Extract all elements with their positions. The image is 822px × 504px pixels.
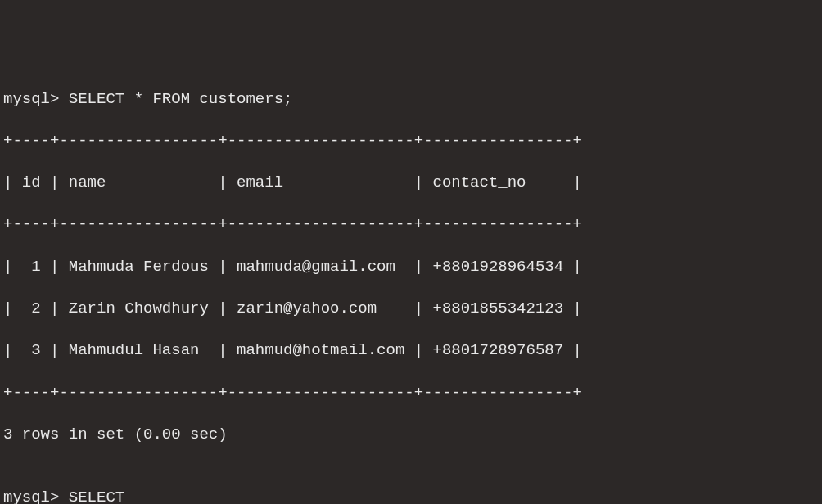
sql-prompt-line: mysql> SELECT (3, 488, 819, 504)
table-border: +----+-----------------+----------------… (3, 214, 819, 236)
result-summary: 3 rows in set (0.00 sec) (3, 425, 819, 446)
table-row: | 2 | Zarin Chowdhury | zarin@yahoo.com … (3, 299, 819, 320)
table-row: | 1 | Mahmuda Ferdous | mahmuda@gmail.co… (3, 257, 819, 278)
table-row: | 3 | Mahmudul Hasan | mahmud@hotmail.co… (3, 340, 819, 362)
sql-prompt-line: mysql> SELECT * FROM customers; (3, 89, 819, 110)
table-header-row: | id | name | email | contact_no | (3, 173, 819, 194)
table-border: +----+-----------------+----------------… (3, 131, 819, 152)
table-border: +----+-----------------+----------------… (3, 383, 819, 404)
